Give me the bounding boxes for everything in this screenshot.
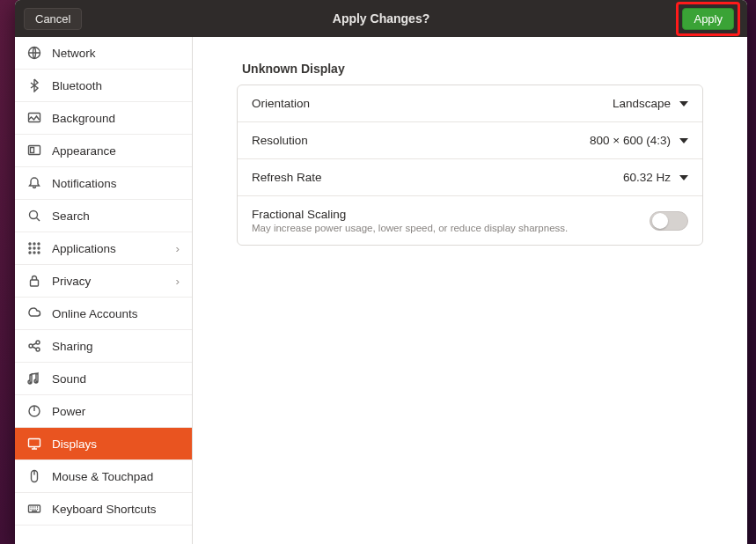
- svg-point-12: [33, 252, 35, 254]
- sidebar-item-background[interactable]: Background: [15, 102, 192, 135]
- svg-point-8: [29, 247, 31, 249]
- display-panel: Orientation Landscape Resolution 800 × 6…: [237, 85, 703, 246]
- sidebar-item-label: Keyboard Shortcuts: [52, 503, 157, 516]
- sidebar-item-bluetooth[interactable]: Bluetooth: [15, 70, 192, 102]
- displays-icon: [27, 437, 41, 451]
- resolution-label: Resolution: [252, 134, 308, 147]
- sidebar-item-network[interactable]: Network: [15, 37, 192, 70]
- sidebar-item-label: Sharing: [52, 340, 93, 353]
- sharing-icon: [27, 339, 41, 353]
- sidebar-item-label: Displays: [52, 437, 97, 451]
- svg-point-13: [38, 252, 40, 254]
- sidebar-item-label: Background: [52, 112, 115, 125]
- svg-point-9: [33, 247, 35, 249]
- svg-rect-19: [29, 439, 40, 447]
- window-title: Apply Changes?: [15, 11, 747, 26]
- chevron-down-icon: [679, 138, 688, 143]
- sidebar-item-power[interactable]: Power: [15, 395, 192, 428]
- sidebar-item-appearance[interactable]: Appearance: [15, 135, 192, 167]
- sidebar-item-search[interactable]: Search: [15, 200, 192, 232]
- sidebar-item-sharing[interactable]: Sharing: [15, 330, 192, 363]
- resolution-row[interactable]: Resolution 800 × 600 (4:3): [238, 122, 702, 159]
- cancel-button[interactable]: Cancel: [24, 8, 82, 30]
- fractional-scaling-toggle[interactable]: [650, 211, 688, 231]
- sidebar-item-label: Privacy: [52, 275, 91, 288]
- sidebar-item-keyboard-shortcuts[interactable]: Keyboard Shortcuts: [15, 493, 192, 526]
- sidebar-item-notifications[interactable]: Notifications: [15, 167, 192, 200]
- sound-icon: [27, 371, 41, 386]
- applications-icon: [27, 241, 41, 255]
- refresh-rate-value: 60.32 Hz: [623, 171, 671, 184]
- sidebar-item-label: Sound: [52, 372, 86, 386]
- svg-point-7: [38, 243, 40, 245]
- sidebar-item-online-accounts[interactable]: Online Accounts: [15, 298, 192, 330]
- resolution-value: 800 × 600 (4:3): [590, 134, 671, 147]
- sidebar: NetworkBluetoothBackgroundAppearanceNoti…: [15, 37, 193, 544]
- online-accounts-icon: [27, 306, 41, 320]
- sidebar-item-label: Power: [52, 405, 85, 418]
- chevron-right-icon: ›: [176, 275, 180, 288]
- privacy-icon: [27, 274, 41, 288]
- sidebar-item-displays[interactable]: Displays: [15, 428, 192, 460]
- chevron-down-icon: [679, 101, 688, 107]
- svg-rect-3: [31, 148, 34, 153]
- orientation-row[interactable]: Orientation Landscape: [238, 85, 702, 122]
- appearance-icon: [27, 143, 41, 158]
- svg-point-11: [29, 252, 31, 254]
- background-icon: [27, 111, 41, 125]
- orientation-label: Orientation: [252, 97, 310, 110]
- fractional-scaling-row: Fractional Scaling May increase power us…: [238, 196, 702, 245]
- mouse-touchpad-icon: [27, 469, 41, 483]
- apply-highlight: Apply: [676, 2, 740, 36]
- search-icon: [27, 209, 41, 223]
- sidebar-item-label: Network: [52, 47, 96, 60]
- notifications-icon: [27, 176, 41, 190]
- sidebar-item-label: Search: [52, 210, 90, 223]
- sidebar-item-label: Bluetooth: [52, 79, 102, 92]
- display-section-title: Unknown Display: [237, 62, 703, 76]
- sidebar-item-label: Online Accounts: [52, 307, 138, 320]
- sidebar-item-label: Applications: [52, 242, 116, 255]
- sidebar-item-privacy[interactable]: Privacy›: [15, 265, 192, 298]
- bluetooth-icon: [27, 78, 41, 92]
- apply-button[interactable]: Apply: [682, 8, 734, 30]
- svg-point-5: [29, 243, 31, 245]
- sidebar-item-label: Notifications: [52, 177, 117, 190]
- network-icon: [27, 46, 41, 60]
- svg-point-6: [33, 243, 35, 245]
- orientation-value: Landscape: [613, 97, 671, 110]
- sidebar-item-label: Appearance: [52, 144, 116, 158]
- settings-window: Cancel Apply Changes? Apply NetworkBluet…: [15, 0, 747, 544]
- fractional-scaling-label: Fractional Scaling: [252, 208, 568, 221]
- content-area: Unknown Display Orientation Landscape Re…: [193, 37, 747, 544]
- header-bar: Cancel Apply Changes? Apply: [15, 0, 747, 37]
- chevron-right-icon: ›: [176, 242, 180, 255]
- svg-point-16: [36, 341, 40, 344]
- svg-point-4: [30, 211, 38, 219]
- svg-point-15: [29, 344, 33, 348]
- refresh-rate-row[interactable]: Refresh Rate 60.32 Hz: [238, 159, 702, 196]
- sidebar-item-applications[interactable]: Applications›: [15, 232, 192, 265]
- svg-point-17: [36, 348, 40, 351]
- svg-point-10: [38, 247, 40, 249]
- sidebar-item-label: Mouse & Touchpad: [52, 470, 153, 483]
- power-icon: [27, 404, 41, 418]
- refresh-rate-label: Refresh Rate: [252, 171, 322, 184]
- sidebar-item-sound[interactable]: Sound: [15, 363, 192, 395]
- chevron-down-icon: [679, 175, 688, 180]
- keyboard-shortcuts-icon: [27, 502, 41, 516]
- svg-rect-14: [31, 280, 39, 286]
- sidebar-item-mouse-touchpad[interactable]: Mouse & Touchpad: [15, 460, 192, 493]
- fractional-scaling-hint: May increase power usage, lower speed, o…: [252, 223, 568, 233]
